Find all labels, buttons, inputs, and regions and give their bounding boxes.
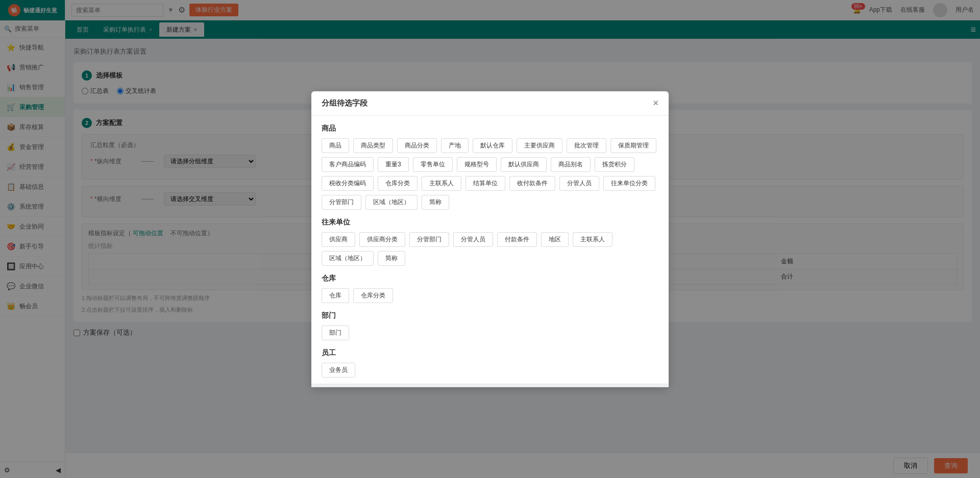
field-tags-employee: 业务员 bbox=[322, 363, 658, 378]
section-title-employee: 员工 bbox=[322, 348, 658, 358]
field-tag[interactable]: 仓库分类 bbox=[378, 176, 418, 191]
field-tag[interactable]: 区域（地区） bbox=[322, 251, 374, 266]
field-tag[interactable]: 默认供应商 bbox=[501, 157, 547, 172]
field-tag[interactable]: 分管人员 bbox=[559, 176, 599, 191]
field-tag[interactable]: 供应商 bbox=[322, 232, 355, 247]
field-tag[interactable]: 商品类型 bbox=[353, 138, 393, 153]
field-tag[interactable]: 往来单位分类 bbox=[603, 176, 655, 191]
field-tag[interactable]: 仓库 bbox=[322, 288, 349, 303]
field-tag[interactable]: 分管部门 bbox=[409, 232, 449, 247]
field-tags-dept: 部门 bbox=[322, 325, 658, 340]
field-tag[interactable]: 客户商品编码 bbox=[322, 157, 374, 172]
field-tag[interactable]: 简称 bbox=[422, 195, 449, 210]
modal-body: 商品 商品 商品类型 商品分类 产地 默认仓库 主要供应商 批次管理 保质期管理… bbox=[311, 116, 669, 384]
field-tag[interactable]: 业务员 bbox=[322, 363, 355, 378]
field-tag[interactable]: 产地 bbox=[441, 138, 469, 153]
field-tag[interactable]: 拣货积分 bbox=[595, 157, 634, 172]
field-tag[interactable]: 商品 bbox=[322, 138, 349, 153]
modal-title: 分组待选字段 bbox=[322, 98, 368, 108]
field-tag[interactable]: 规格型号 bbox=[457, 157, 497, 172]
field-tag[interactable]: 主联系人 bbox=[573, 232, 612, 247]
field-tag[interactable]: 税收分类编码 bbox=[322, 176, 374, 191]
field-tags-goods: 商品 商品类型 商品分类 产地 默认仓库 主要供应商 批次管理 保质期管理 客户… bbox=[322, 138, 658, 210]
modal-horizontal-scrollbar bbox=[311, 384, 669, 387]
field-tag[interactable]: 保质期管理 bbox=[610, 138, 656, 153]
field-tags-warehouse: 仓库 仓库分类 bbox=[322, 288, 658, 303]
field-tag[interactable]: 付款条件 bbox=[497, 232, 537, 247]
field-tag[interactable]: 分管人员 bbox=[453, 232, 493, 247]
field-tag[interactable]: 结算单位 bbox=[465, 176, 505, 191]
field-tag[interactable]: 简称 bbox=[378, 251, 405, 266]
field-tag[interactable]: 零售单位 bbox=[413, 157, 453, 172]
modal-overlay[interactable]: 分组待选字段 × 商品 商品 商品类型 商品分类 产地 默认仓库 主要供应商 批… bbox=[0, 0, 980, 478]
field-tag[interactable]: 主联系人 bbox=[422, 176, 461, 191]
field-tag[interactable]: 仓库分类 bbox=[353, 288, 393, 303]
field-tag[interactable]: 地区 bbox=[541, 232, 569, 247]
field-tag[interactable]: 重量3 bbox=[378, 157, 409, 172]
section-title-partners: 往来单位 bbox=[322, 218, 658, 227]
field-tag[interactable]: 供应商分类 bbox=[359, 232, 405, 247]
field-tag[interactable]: 商品分类 bbox=[397, 138, 437, 153]
modal-close-button[interactable]: × bbox=[653, 98, 658, 108]
field-tags-partners: 供应商 供应商分类 分管部门 分管人员 付款条件 地区 主联系人 区域（地区） … bbox=[322, 232, 658, 266]
field-tag[interactable]: 部门 bbox=[322, 325, 349, 340]
field-tag[interactable]: 收付款条件 bbox=[509, 176, 555, 191]
field-tag[interactable]: 商品别名 bbox=[551, 157, 591, 172]
field-tag[interactable]: 分管部门 bbox=[322, 195, 361, 210]
section-title-dept: 部门 bbox=[322, 311, 658, 320]
field-select-modal: 分组待选字段 × 商品 商品 商品类型 商品分类 产地 默认仓库 主要供应商 批… bbox=[311, 91, 669, 387]
section-title-warehouse: 仓库 bbox=[322, 274, 658, 283]
field-tag[interactable]: 主要供应商 bbox=[517, 138, 562, 153]
section-title-goods: 商品 bbox=[322, 124, 658, 133]
field-tag[interactable]: 区域（地区） bbox=[365, 195, 418, 210]
field-tag[interactable]: 默认仓库 bbox=[473, 138, 512, 153]
modal-header: 分组待选字段 × bbox=[311, 91, 669, 116]
field-tag[interactable]: 批次管理 bbox=[567, 138, 606, 153]
